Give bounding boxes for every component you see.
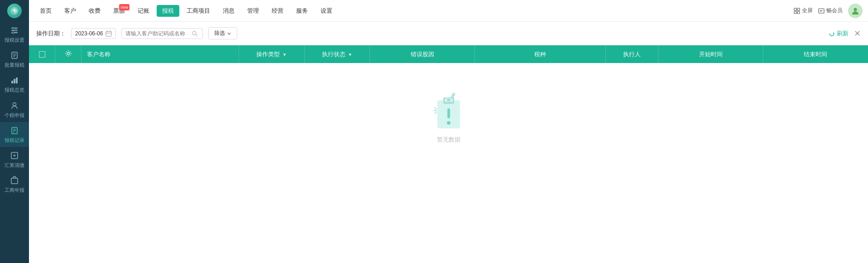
col-client-name: 客户名称 [82, 45, 239, 63]
svg-line-47 [435, 112, 436, 114]
op-type-filter-icon: ▼ [282, 52, 287, 57]
sidebar-item-label: 批量报税 [5, 62, 24, 68]
svg-point-5 [15, 29, 17, 31]
svg-rect-12 [14, 79, 15, 83]
svg-point-44 [447, 121, 451, 125]
nav-homepage[interactable]: 首页 [34, 5, 57, 17]
svg-point-14 [13, 102, 16, 106]
nav-client[interactable]: 客户 [59, 5, 82, 17]
batch-tax-icon [10, 50, 19, 60]
svg-line-34 [196, 34, 197, 36]
refresh-button[interactable]: 刷新 [829, 29, 849, 38]
col-op-type[interactable]: 操作类型 ▼ [239, 45, 304, 63]
fullscreen-btn[interactable]: 全屏 [794, 7, 813, 15]
main-wrapper: 首页 客户 收费 票据 new 记账 报税 工商项目 消息 管理 经营 服务 设… [29, 0, 868, 263]
topnav: 首页 客户 收费 票据 new 记账 报税 工商项目 消息 管理 经营 服务 设… [29, 0, 868, 22]
topnav-items: 首页 客户 收费 票据 new 记账 报税 工商项目 消息 管理 经营 服务 设… [34, 5, 794, 17]
refresh-label: 刷新 [837, 29, 849, 38]
empty-state: 暂无数据 [29, 63, 868, 171]
svg-rect-43 [447, 108, 450, 118]
nav-jingying[interactable]: 经营 [266, 5, 289, 17]
sidebar-item-baoshuishezhi[interactable]: 报税设置 [0, 22, 29, 47]
col-end-time: 结束时间 [763, 45, 868, 63]
filter-button[interactable]: 筛选 [208, 27, 237, 39]
empty-illustration [428, 90, 469, 136]
svg-rect-13 [16, 78, 18, 83]
piaoju-badge: new [119, 4, 129, 10]
settlement-icon [10, 151, 19, 161]
col-error: 错误股因 [370, 45, 475, 63]
nav-piaoju[interactable]: 票据 new [108, 5, 130, 17]
content-area: 操作日期： 2023-06-06 筛选 [29, 22, 868, 263]
avatar[interactable] [848, 4, 863, 18]
svg-line-46 [435, 107, 436, 109]
sidebar-logo [0, 0, 29, 22]
nav-shezhi[interactable]: 设置 [315, 5, 338, 17]
date-value: 2023-06-06 [75, 30, 103, 37]
svg-point-35 [67, 53, 69, 55]
toolbar: 操作日期： 2023-06-06 筛选 [29, 22, 868, 45]
svg-point-0 [14, 10, 15, 12]
nav-shoufei[interactable]: 收费 [83, 5, 106, 17]
close-button[interactable]: ✕ [854, 29, 861, 38]
nav-jichang[interactable]: 记账 [132, 5, 155, 17]
logo-icon [7, 4, 22, 18]
tax-record-icon [10, 126, 19, 136]
table-container: 客户名称 操作类型 ▼ 执行状态 ▼ 错误股因 [29, 45, 868, 263]
col-checkbox[interactable] [29, 45, 55, 63]
col-start-time: 开始时间 [658, 45, 763, 63]
nav-baoshui[interactable]: 报税 [157, 5, 179, 17]
date-label: 操作日期： [36, 29, 66, 38]
data-table: 客户名称 操作类型 ▼ 执行状态 ▼ 错误股因 [29, 45, 868, 171]
col-tax: 税种 [475, 45, 606, 63]
svg-rect-11 [11, 81, 13, 83]
status-filter-icon: ▼ [348, 52, 352, 57]
nav-gongshangxiangmu[interactable]: 工商项目 [181, 5, 216, 17]
sidebar-item-label: 报税总览 [5, 87, 24, 93]
personal-tax-icon [10, 101, 19, 111]
empty-text: 暂无数据 [437, 136, 460, 144]
search-box[interactable] [121, 28, 203, 39]
svg-point-6 [12, 32, 14, 34]
svg-point-4 [12, 27, 14, 29]
sidebar-item-huisuanqingshui[interactable]: 汇算清缴 [0, 147, 29, 172]
sidebar-item-label: 报税设置 [5, 37, 24, 43]
select-all-checkbox[interactable] [39, 51, 45, 58]
svg-rect-27 [819, 9, 824, 13]
fullscreen-label: 全屏 [802, 7, 813, 15]
nav-fuwu[interactable]: 服务 [291, 5, 313, 17]
nav-guanli[interactable]: 管理 [242, 5, 264, 17]
svg-rect-26 [797, 11, 800, 14]
col-settings[interactable] [55, 45, 82, 63]
date-picker[interactable]: 2023-06-06 [71, 28, 116, 39]
sidebar-item-geshuishenbao[interactable]: 个税申报 [0, 97, 29, 122]
svg-point-42 [447, 99, 451, 102]
annual-report-icon [10, 175, 19, 185]
sidebar-item-label: 报税记录 [5, 137, 24, 143]
svg-rect-29 [106, 31, 111, 36]
sidebar-item-baoshuizonglan[interactable]: 报税总览 [0, 72, 29, 97]
settings-icon [10, 25, 19, 35]
svg-rect-23 [794, 8, 796, 10]
col-status[interactable]: 执行状态 ▼ [304, 45, 370, 63]
overview-icon [10, 75, 19, 85]
sidebar-item-piliangtax[interactable]: 批量报税 [0, 47, 29, 72]
sidebar: 报税设置 批量报税 报税总览 [0, 0, 29, 263]
svg-rect-25 [794, 11, 796, 14]
svg-point-33 [192, 31, 196, 35]
search-input[interactable] [125, 30, 189, 37]
sidebar-item-gongshangnianbaonews[interactable]: 工商年报 [0, 172, 29, 197]
svg-rect-22 [11, 178, 18, 184]
nav-xiaoxi[interactable]: 消息 [217, 5, 240, 17]
col-executor: 执行人 [606, 45, 658, 63]
sidebar-item-label: 个税申报 [5, 112, 24, 118]
sidebar-item-baoshujilu[interactable]: 报税记录 [0, 122, 29, 147]
member-label: 畅会员 [826, 7, 843, 15]
sidebar-item-label: 汇算清缴 [5, 162, 24, 168]
topnav-right: 全屏 畅会员 [794, 4, 863, 18]
sidebar-item-label: 工商年报 [5, 187, 24, 193]
svg-rect-24 [797, 8, 800, 10]
svg-point-28 [854, 8, 857, 11]
member-btn[interactable]: 畅会员 [818, 7, 843, 15]
